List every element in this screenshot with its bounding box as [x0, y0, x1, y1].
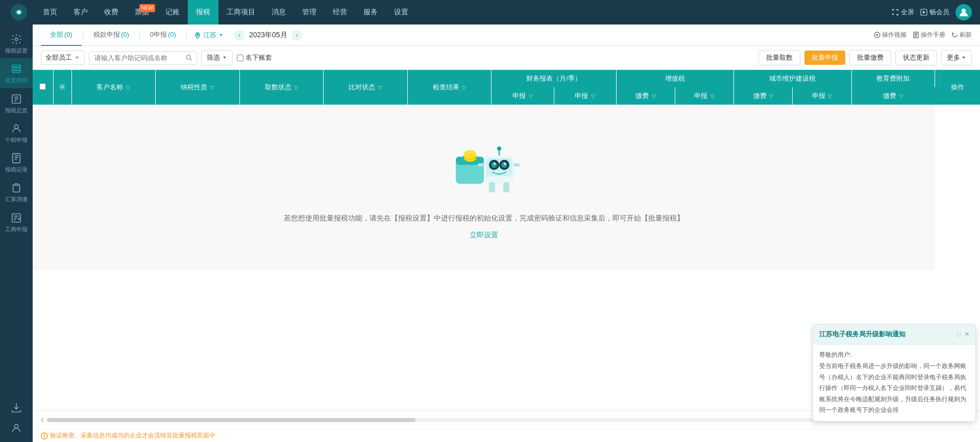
search-button[interactable] [181, 52, 197, 64]
tab-separator-2 [139, 31, 140, 39]
tab-zero-declare[interactable]: 0申报(0) [141, 24, 185, 46]
sidebar-item-user[interactable] [0, 418, 33, 438]
svg-rect-38 [489, 182, 495, 192]
nav-home[interactable]: 首页 [35, 0, 65, 24]
nav-service[interactable]: 服务 [355, 0, 386, 24]
account-set-checkbox[interactable] [237, 55, 243, 61]
sidebar-item-tax-summary[interactable]: 报税总览 [0, 88, 33, 118]
tab-all[interactable]: 全部(0) [41, 24, 82, 46]
sidebar-item-tax-records[interactable]: 报税记录 [0, 148, 33, 177]
svg-rect-36 [478, 163, 485, 166]
nav-settings[interactable]: 设置 [386, 0, 416, 24]
staff-selector[interactable]: 全部员工 [41, 51, 85, 65]
fullscreen-button[interactable]: 全屏 [892, 8, 914, 17]
logo[interactable] [8, 2, 30, 23]
sidebar-item-tax-settings[interactable]: 报税设置 [0, 29, 33, 58]
operation-manual-button[interactable]: 操作手册 [913, 31, 945, 39]
tabs-right-actions: 操作视频 操作手册 刷新 [874, 31, 972, 39]
nav-accounting[interactable]: 记账 [157, 0, 188, 24]
user-avatar[interactable] [955, 4, 972, 20]
sidebar-label-biz-annual: 工商年报 [5, 226, 28, 233]
tab-tax-declare[interactable]: 税款申报(0) [84, 24, 138, 46]
svg-point-30 [491, 162, 497, 168]
sidebar-item-batch-tax[interactable]: 批量报税 [0, 58, 33, 88]
next-month-button[interactable]: › [291, 30, 303, 41]
empty-robot-illustration [448, 135, 520, 202]
col-financial-report: 财务报表（月/季） [492, 70, 616, 87]
notification-content: 受当前电子税务局进一步升级的影响，同一个政务网账号（办税人）名下的企业不能再同时… [819, 361, 969, 416]
scroll-left-button[interactable]: ‹ [41, 414, 44, 425]
col-vat-pay: 缴费 ▽ [616, 87, 675, 105]
reconcile-icon [11, 182, 22, 193]
col-compare-status: 比对状态 ▽ [324, 70, 408, 105]
sidebar-label-tax-records: 报税记录 [5, 166, 28, 173]
svg-point-4 [962, 9, 966, 13]
sidebar-item-download[interactable] [0, 397, 33, 418]
col-urban-tax: 城市维护建设税 [734, 70, 851, 87]
sidebar-item-reconcile[interactable]: 汇算清缴 [0, 177, 33, 207]
col-fetch-status: 取数状态 ▽ [239, 70, 324, 105]
col-customer-name: 客户名称 ▽ [71, 70, 156, 105]
svg-point-5 [15, 38, 18, 41]
status-update-button[interactable]: 状态更新 [895, 50, 937, 65]
search-input[interactable] [89, 52, 181, 64]
membership-button[interactable]: 畅会员 [920, 8, 949, 17]
nav-billing[interactable]: 收费 [96, 0, 127, 24]
batch-pay-button[interactable]: 批量缴费 [849, 50, 891, 65]
sidebar: 报税设置 批量报税 报税总览 个税申报 报税记录 汇算清缴 工商年报 [0, 24, 33, 442]
setup-link[interactable]: 立即设置 [470, 231, 498, 240]
sidebar-label-personal-tax: 个税申报 [5, 136, 28, 143]
more-button[interactable]: 更多 [941, 50, 972, 65]
notification-close-button[interactable]: × [965, 330, 969, 338]
sidebar-label-batch-tax: 批量报税 [5, 77, 28, 84]
play-icon [920, 9, 927, 16]
account-set-checkbox-label[interactable]: 名下账套 [237, 53, 272, 62]
nav-message[interactable]: 消息 [263, 0, 294, 24]
svg-marker-17 [876, 34, 879, 36]
nav-tax[interactable]: 报税 [188, 0, 218, 24]
tab-separator-3 [186, 31, 187, 39]
operation-video-button[interactable]: 操作视频 [874, 31, 906, 39]
nav-management[interactable]: 管理 [294, 0, 325, 24]
nav-bizproject[interactable]: 工商项目 [218, 0, 263, 24]
svg-marker-3 [923, 11, 925, 14]
select-all-checkbox[interactable] [39, 83, 46, 90]
tabs-bar: 全部(0) 税款申报(0) 0申报(0) 江苏 ‹ 2023年05月 › [33, 24, 980, 46]
sidebar-bottom [0, 397, 33, 442]
staff-dropdown-icon [74, 55, 80, 61]
notification-body: 尊敬的用户: 受当前电子税务局进一步升级的影响，同一个政务网账号（办税人）名下的… [813, 345, 975, 421]
summary-icon [11, 93, 22, 105]
province-selector[interactable]: 江苏 [194, 31, 224, 40]
date-display: 2023年05月 [249, 31, 287, 40]
svg-point-10 [14, 125, 18, 129]
scroll-thumb [47, 418, 415, 422]
nav-customer[interactable]: 客户 [65, 0, 96, 24]
svg-point-19 [186, 55, 190, 59]
book-icon [913, 32, 919, 38]
more-dropdown-icon [961, 55, 966, 60]
batch-fetch-button[interactable]: 批量取数 [758, 50, 800, 65]
col-action: 操作 [935, 70, 980, 105]
sidebar-item-biz-annual[interactable]: 工商年报 [0, 207, 33, 237]
col-tax-type: 纳税性质 ▽ [156, 70, 240, 105]
nav-invoice[interactable]: 票据 NEW [127, 0, 157, 24]
batch-declare-button[interactable]: 批量申报 [804, 51, 845, 65]
user-icon [11, 423, 22, 434]
nav-operation[interactable]: 经营 [325, 0, 355, 24]
svg-rect-39 [503, 182, 509, 192]
search-icon [185, 54, 192, 61]
warning-bar: 验证账密、采集信息均成功的企业才会流转至批量报税页面中 [33, 429, 980, 442]
record-icon [11, 153, 22, 164]
empty-text: 若您想使用批量报税功能，请先在【报税设置】中进行报税的初始化设置，完成密码验证和… [284, 212, 684, 225]
nav-items: 首页 客户 收费 票据 NEW 记账 报税 工商项目 消息 管理 经营 服务 设… [35, 0, 892, 24]
refresh-button[interactable]: 刷新 [951, 31, 972, 39]
notification-header: 江苏电子税务局升级影响通知 □ × [813, 325, 975, 345]
expand-button[interactable]: □ [957, 331, 961, 337]
notification-panel: 江苏电子税务局升级影响通知 □ × 尊敬的用户: 受当前电子税务局进一步升级的影… [813, 324, 976, 422]
toolbar: 全部员工 筛选 名下账套 批量取数 批量申报 批量缴费 状态更新 更多 [33, 46, 980, 70]
prev-month-button[interactable]: ‹ [234, 30, 245, 41]
svg-rect-12 [15, 184, 18, 186]
filter-button[interactable]: 筛选 [201, 50, 233, 65]
sidebar-item-personal-tax[interactable]: 个税申报 [0, 118, 33, 148]
sidebar-label-tax-summary: 报税总览 [5, 107, 28, 114]
